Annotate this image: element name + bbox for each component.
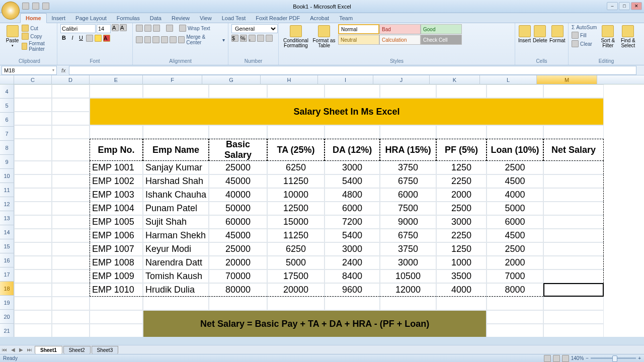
- cell[interactable]: 2500: [436, 202, 487, 215]
- cell[interactable]: 80000: [209, 283, 267, 297]
- view-normal-icon[interactable]: [544, 355, 551, 362]
- font-size-select[interactable]: [97, 24, 111, 33]
- cell[interactable]: 12000: [380, 283, 436, 297]
- redo-icon[interactable]: [42, 3, 49, 10]
- header-cell[interactable]: Emp Name: [143, 139, 209, 161]
- cell[interactable]: [209, 84, 267, 98]
- cell[interactable]: [209, 297, 267, 310]
- cell[interactable]: 4500: [487, 174, 543, 188]
- cell[interactable]: 2250: [436, 229, 487, 242]
- align-right-icon[interactable]: [152, 36, 159, 43]
- row-header-6[interactable]: 6: [0, 113, 14, 127]
- cell[interactable]: 4000: [436, 283, 487, 297]
- cell[interactable]: [14, 84, 52, 98]
- cell[interactable]: [380, 297, 436, 310]
- border-icon[interactable]: [86, 35, 93, 42]
- align-bottom-icon[interactable]: [153, 25, 160, 32]
- cell[interactable]: 2000: [487, 256, 543, 269]
- style-neutral[interactable]: Neutral: [338, 35, 379, 45]
- view-layout-icon[interactable]: [553, 355, 560, 362]
- cell[interactable]: 20000: [209, 256, 267, 269]
- tab-acrobat[interactable]: Acrobat: [305, 14, 334, 23]
- maximize-button[interactable]: □: [619, 2, 630, 10]
- cell[interactable]: [380, 125, 436, 139]
- align-top-icon[interactable]: [136, 25, 143, 32]
- cell[interactable]: [543, 174, 604, 188]
- cell[interactable]: Sanjay Kumar: [143, 161, 209, 174]
- cell[interactable]: 3000: [325, 161, 380, 174]
- cell[interactable]: 40000: [209, 188, 267, 202]
- cell[interactable]: Harman Shekh: [143, 229, 209, 242]
- cell[interactable]: [436, 297, 487, 310]
- tab-foxit-reader-pdf[interactable]: Foxit Reader PDF: [251, 14, 305, 23]
- cell[interactable]: [267, 297, 325, 310]
- fx-icon[interactable]: fx: [58, 67, 69, 73]
- delete-cell-button[interactable]: Delete: [533, 24, 547, 43]
- find-select-button[interactable]: Find & Select: [619, 24, 637, 48]
- header-cell[interactable]: Net Salary: [543, 139, 604, 161]
- row-header-4[interactable]: 4: [0, 84, 14, 99]
- cell[interactable]: 3750: [380, 242, 436, 256]
- comma-icon[interactable]: ,: [249, 35, 256, 42]
- active-cell[interactable]: [543, 283, 604, 297]
- cell[interactable]: 5400: [325, 174, 380, 188]
- fill-color-icon[interactable]: [95, 35, 102, 42]
- row-header-7[interactable]: 7: [0, 127, 14, 141]
- cell[interactable]: [543, 84, 604, 98]
- cell[interactable]: [487, 324, 543, 337]
- font-name-select[interactable]: [60, 24, 96, 33]
- align-center-icon[interactable]: [144, 36, 151, 43]
- office-button[interactable]: [2, 2, 20, 20]
- zoom-level[interactable]: 140%: [571, 355, 584, 361]
- cell[interactable]: [52, 84, 90, 98]
- zoom-out-button[interactable]: −: [586, 355, 589, 361]
- tab-home[interactable]: Home: [20, 13, 47, 23]
- number-format-select[interactable]: General: [231, 24, 278, 33]
- sheet-title[interactable]: Salary Sheet In Ms Excel: [90, 98, 604, 125]
- tab-load-test[interactable]: Load Test: [217, 14, 251, 23]
- cell[interactable]: 70000: [209, 269, 267, 283]
- cell[interactable]: [14, 188, 52, 202]
- cell[interactable]: 1250: [436, 242, 487, 256]
- save-icon[interactable]: [22, 3, 29, 10]
- style-check-cell[interactable]: Check Cell: [421, 35, 462, 45]
- cell[interactable]: [209, 125, 267, 139]
- paste-button[interactable]: Paste▾: [5, 24, 20, 48]
- style-calculation[interactable]: Calculation: [379, 35, 421, 45]
- wrap-text-button[interactable]: Wrap Text: [179, 24, 210, 32]
- indent-dec-icon[interactable]: [161, 36, 168, 43]
- cell[interactable]: [487, 310, 543, 324]
- cell[interactable]: [487, 84, 543, 98]
- cell[interactable]: [90, 84, 143, 98]
- cell[interactable]: [90, 125, 143, 139]
- cell[interactable]: Sujit Shah: [143, 215, 209, 229]
- grow-font-icon[interactable]: A: [112, 24, 119, 31]
- cell[interactable]: [52, 269, 90, 283]
- cell[interactable]: 25000: [209, 161, 267, 174]
- row-header-10[interactable]: 10: [0, 169, 14, 183]
- cell[interactable]: EMP 1006: [90, 229, 143, 242]
- shrink-font-icon[interactable]: A: [120, 24, 127, 31]
- cell[interactable]: [325, 84, 380, 98]
- col-header-G[interactable]: G: [202, 75, 261, 84]
- style-good[interactable]: Good: [421, 24, 462, 34]
- col-header-J[interactable]: J: [373, 75, 430, 84]
- header-cell[interactable]: Basic Salary: [209, 139, 267, 161]
- cell[interactable]: 3500: [436, 269, 487, 283]
- cell[interactable]: Punam Patel: [143, 202, 209, 215]
- copy-button[interactable]: Copy: [22, 32, 54, 40]
- col-header-C[interactable]: C: [14, 75, 52, 84]
- cell[interactable]: [14, 215, 52, 229]
- name-box[interactable]: M18▾: [2, 66, 57, 75]
- cell[interactable]: 6000: [487, 215, 543, 229]
- cell[interactable]: Tomish Kaush: [143, 269, 209, 283]
- row-header-13[interactable]: 13: [0, 211, 14, 225]
- col-header-E[interactable]: E: [90, 75, 143, 84]
- bold-button[interactable]: B: [60, 35, 67, 42]
- cell[interactable]: [90, 297, 143, 310]
- cell[interactable]: [14, 161, 52, 174]
- cell[interactable]: 6000: [325, 202, 380, 215]
- cell[interactable]: EMP 1010: [90, 283, 143, 297]
- cell[interactable]: [14, 242, 52, 256]
- tab-formulas[interactable]: Formulas: [112, 14, 145, 23]
